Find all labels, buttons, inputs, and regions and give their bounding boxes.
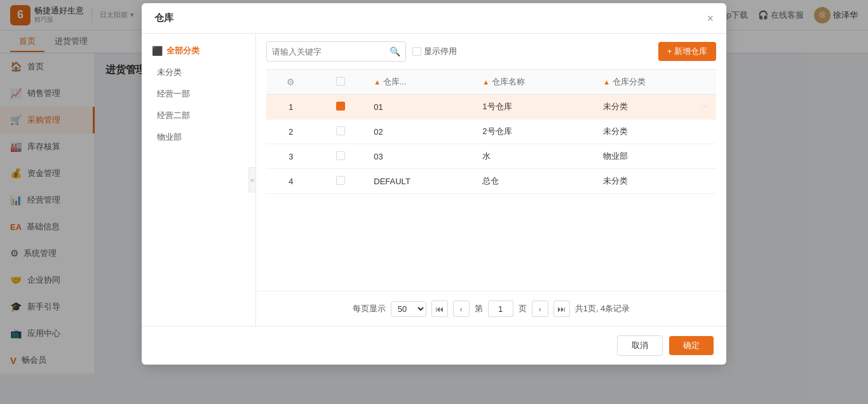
total-info: 共1页, 4条记录 — [575, 303, 630, 314]
table-row[interactable]: 3 03 水 物业部 — [266, 144, 716, 169]
cat-item-dept2[interactable]: 经营二部 — [142, 105, 255, 126]
search-box: 🔍 — [266, 41, 406, 62]
row-more-button[interactable]: ··· — [702, 101, 709, 111]
all-cat-icon: ⬛ — [152, 46, 163, 56]
row-checkbox-cell[interactable] — [316, 144, 367, 169]
toolbar: 🔍 显示停用 + 新增仓库 — [256, 34, 726, 69]
cancel-button[interactable]: 取消 — [617, 335, 663, 356]
page-label: 第 — [475, 303, 483, 314]
table-row[interactable]: 4 DEFAULT 总仓 未分类 — [266, 169, 716, 194]
all-cat-label: 全部分类 — [166, 45, 200, 57]
dialog-close-button[interactable]: × — [707, 13, 714, 24]
category-panel: ⬛ 全部分类 未分类 经营一部 经营二部 物业部 « — [142, 34, 256, 326]
warehouse-dialog: 仓库 × ⬛ 全部分类 未分类 经营一部 经营二部 物业部 « 🔍 — [142, 3, 726, 365]
row-name: 总仓 — [475, 169, 595, 194]
search-input[interactable] — [272, 47, 390, 57]
pagination: 每页显示 50 10 20 100 ⏮ ‹ 第 页 › ⏭ 共1页, 4条记录 — [256, 291, 726, 326]
all-categories[interactable]: ⬛ 全部分类 — [142, 40, 255, 62]
per-page-select[interactable]: 50 10 20 100 — [391, 301, 426, 317]
table-wrapper: ⚙ ▲ 仓库... ▲ 仓库名称 ▲ 仓库分类 1 01 1号仓库 未分类···… — [256, 69, 726, 291]
show-disabled-checkbox[interactable] — [412, 47, 421, 56]
row-index-cell: 3 — [266, 144, 316, 169]
show-disabled-label: 显示停用 — [424, 46, 457, 57]
th-category: ▲ 仓库分类 — [595, 70, 716, 95]
row-code: DEFAULT — [366, 169, 475, 194]
gear-icon: ⚙ — [287, 77, 295, 87]
show-disabled-toggle[interactable]: 显示停用 — [412, 46, 457, 57]
table-row[interactable]: 1 01 1号仓库 未分类··· — [266, 95, 716, 119]
last-page-button[interactable]: ⏭ — [553, 300, 570, 317]
row-name: 水 — [475, 144, 595, 169]
row-index-cell: 1 — [266, 95, 316, 119]
search-icon: 🔍 — [390, 46, 400, 57]
row-index-cell: 4 — [266, 169, 316, 194]
next-page-button[interactable]: › — [532, 300, 548, 317]
dialog-title: 仓库 — [154, 12, 173, 24]
row-index-cell: 2 — [266, 119, 316, 144]
per-page-label: 每页显示 — [353, 303, 386, 314]
cat-item-uncategorized[interactable]: 未分类 — [142, 62, 255, 83]
row-code: 01 — [366, 95, 475, 119]
dialog-header: 仓库 × — [142, 3, 726, 34]
dialog-footer: 取消 确定 — [142, 326, 726, 365]
sort-icon-cat: ▲ — [603, 78, 610, 86]
row-name: 1号仓库 — [475, 95, 595, 119]
first-page-button[interactable]: ⏮ — [431, 300, 448, 317]
page-input[interactable] — [488, 300, 513, 317]
row-code: 03 — [366, 144, 475, 169]
th-settings: ⚙ — [266, 70, 316, 95]
confirm-button[interactable]: 确定 — [669, 336, 714, 355]
cat-item-property[interactable]: 物业部 — [142, 126, 255, 148]
row-checkbox-cell[interactable] — [316, 95, 367, 119]
row-category: 未分类··· — [595, 95, 716, 119]
prev-page-button[interactable]: ‹ — [453, 300, 470, 317]
sort-icon-name: ▲ — [482, 78, 489, 86]
sort-icon-code: ▲ — [374, 78, 381, 86]
row-code: 02 — [366, 119, 475, 144]
right-panel: 🔍 显示停用 + 新增仓库 ⚙ ▲ 仓库... ▲ 仓库名称 — [256, 34, 726, 326]
th-name: ▲ 仓库名称 — [475, 70, 595, 95]
page-suffix: 页 — [519, 303, 527, 314]
row-name: 2号仓库 — [475, 119, 595, 144]
row-checkbox-cell[interactable] — [316, 119, 367, 144]
cat-item-dept1[interactable]: 经营一部 — [142, 83, 255, 105]
th-code: ▲ 仓库... — [366, 70, 475, 95]
dialog-body: ⬛ 全部分类 未分类 经营一部 经营二部 物业部 « 🔍 显示停用 — [142, 34, 726, 326]
row-category: 未分类 — [595, 169, 716, 194]
row-category: 未分类 — [595, 119, 716, 144]
add-warehouse-button[interactable]: + 新增仓库 — [658, 42, 716, 61]
warehouse-table: ⚙ ▲ 仓库... ▲ 仓库名称 ▲ 仓库分类 1 01 1号仓库 未分类···… — [266, 69, 716, 194]
row-category: 物业部 — [595, 144, 716, 169]
row-checkbox-cell[interactable] — [316, 169, 367, 194]
collapse-panel-button[interactable]: « — [248, 167, 256, 192]
select-all-checkbox[interactable] — [336, 77, 345, 86]
table-row[interactable]: 2 02 2号仓库 未分类 — [266, 119, 716, 144]
th-checkbox — [316, 70, 367, 95]
